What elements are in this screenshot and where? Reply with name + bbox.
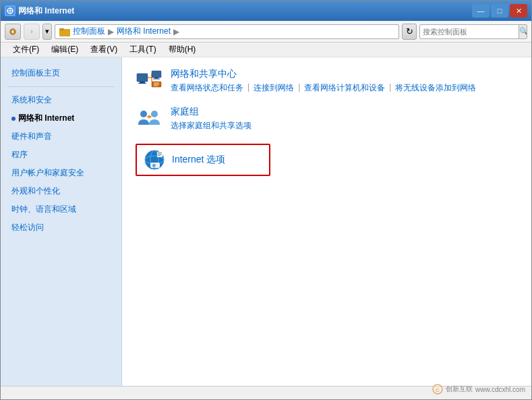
svg-point-22 bbox=[140, 111, 147, 117]
svg-rect-16 bbox=[154, 78, 158, 79]
svg-rect-17 bbox=[153, 79, 160, 80]
internet-options-item: e Internet 选项 bbox=[136, 144, 518, 176]
sidebar-item-network[interactable]: 网络和 Internet bbox=[1, 109, 121, 127]
sidebar-item-accessibility[interactable]: 轻松访问 bbox=[1, 219, 121, 237]
svg-rect-32 bbox=[158, 152, 162, 153]
titlebar-controls: — □ ✕ bbox=[472, 4, 527, 18]
forward-button[interactable] bbox=[24, 24, 40, 40]
internet-options-box: e Internet 选项 bbox=[136, 144, 270, 176]
breadcrumb-sep2: ▶ bbox=[173, 27, 179, 36]
main-window: 网络和 Internet — □ ✕ ▾ bbox=[0, 0, 532, 400]
link-homegroup-options[interactable]: 选择家庭组和共享选项 bbox=[171, 120, 252, 132]
sidebar: 控制面板主页 系统和安全 网络和 Internet 硬件和声音 程序 用户帐户和… bbox=[1, 57, 122, 386]
network-sharing-item: 网络和共享中心 查看网络状态和任务 | 连接到网络 | 查看网络计算机和设备 |… bbox=[136, 68, 518, 95]
menu-edit[interactable]: 编辑(E) bbox=[46, 42, 84, 57]
window-icon bbox=[5, 5, 16, 16]
homegroup-title[interactable]: 家庭组 bbox=[171, 106, 252, 118]
link-connect[interactable]: 连接到网络 bbox=[254, 82, 294, 94]
internet-options-icon: e bbox=[144, 149, 165, 171]
menu-help[interactable]: 帮助(H) bbox=[163, 42, 202, 57]
svg-rect-33 bbox=[158, 154, 162, 154]
refresh-icon: ↻ bbox=[406, 26, 413, 36]
titlebar-title: 网络和 Internet bbox=[18, 5, 74, 17]
maximize-button[interactable]: □ bbox=[491, 4, 508, 18]
minimize-button[interactable]: — bbox=[472, 4, 490, 18]
sidebar-item-programs[interactable]: 程序 bbox=[1, 146, 121, 164]
watermark-icon: C bbox=[432, 384, 443, 395]
dropdown-button[interactable]: ▾ bbox=[42, 24, 52, 40]
homegroup-icon bbox=[136, 106, 162, 133]
search-button[interactable]: 🔍 bbox=[519, 24, 527, 39]
titlebar: 网络和 Internet — □ ✕ bbox=[1, 1, 531, 21]
addressbar: ▾ 控制面板 ▶ 网络和 Internet ▶ ↻ 🔍 bbox=[1, 21, 531, 42]
sidebar-item-system[interactable]: 系统和安全 bbox=[1, 91, 121, 109]
sidebar-divider1 bbox=[7, 86, 115, 87]
svg-rect-11 bbox=[138, 83, 146, 84]
breadcrumb-controlpanel[interactable]: 控制面板 bbox=[73, 26, 105, 37]
link-view-computers[interactable]: 查看网络计算机和设备 bbox=[304, 82, 385, 94]
menu-view[interactable]: 查看(V) bbox=[85, 42, 123, 57]
svg-point-23 bbox=[151, 111, 158, 117]
link-view-status[interactable]: 查看网络状态和任务 bbox=[171, 82, 243, 94]
homegroup-links: 选择家庭组和共享选项 bbox=[171, 120, 252, 132]
sidebar-item-hardware[interactable]: 硬件和声音 bbox=[1, 127, 121, 146]
search-icon: 🔍 bbox=[519, 27, 527, 36]
menu-tools[interactable]: 工具(T) bbox=[124, 42, 161, 57]
search-input[interactable] bbox=[420, 28, 519, 36]
sidebar-item-user-accounts[interactable]: 用户帐户和家庭安全 bbox=[1, 164, 121, 182]
active-indicator bbox=[11, 117, 16, 121]
homegroup-text: 家庭组 选择家庭组和共享选项 bbox=[171, 106, 252, 132]
dropdown-icon: ▾ bbox=[45, 27, 49, 36]
content-area: 网络和共享中心 查看网络状态和任务 | 连接到网络 | 查看网络计算机和设备 |… bbox=[122, 57, 531, 386]
svg-text:C: C bbox=[436, 387, 440, 393]
network-sharing-title[interactable]: 网络和共享中心 bbox=[171, 68, 476, 80]
svg-marker-6 bbox=[31, 30, 33, 34]
network-sharing-icon bbox=[136, 68, 162, 95]
breadcrumb-sep1: ▶ bbox=[108, 27, 114, 36]
link-add-wireless[interactable]: 将无线设备添加到网络 bbox=[395, 82, 476, 94]
sidebar-item-clock[interactable]: 时钟、语言和区域 bbox=[1, 200, 121, 219]
menu-file[interactable]: 文件(F) bbox=[7, 42, 45, 57]
breadcrumb-network[interactable]: 网络和 Internet bbox=[117, 26, 171, 37]
svg-rect-10 bbox=[140, 82, 145, 83]
main-content: 控制面板主页 系统和安全 网络和 Internet 硬件和声音 程序 用户帐户和… bbox=[1, 57, 531, 386]
refresh-button[interactable]: ↻ bbox=[402, 24, 417, 40]
watermark-text: 创新互联 bbox=[446, 384, 473, 394]
search-bar: 🔍 bbox=[419, 24, 527, 39]
back-button[interactable] bbox=[5, 24, 21, 40]
sidebar-item-home[interactable]: 控制面板主页 bbox=[1, 64, 121, 82]
sidebar-item-appearance[interactable]: 外观和个性化 bbox=[1, 182, 121, 200]
network-sharing-text: 网络和共享中心 查看网络状态和任务 | 连接到网络 | 查看网络计算机和设备 |… bbox=[171, 68, 476, 94]
svg-rect-34 bbox=[158, 155, 160, 156]
internet-options-title[interactable]: Internet 选项 bbox=[172, 154, 225, 166]
network-sharing-links: 查看网络状态和任务 | 连接到网络 | 查看网络计算机和设备 | 将无线设备添加… bbox=[171, 82, 476, 94]
svg-rect-8 bbox=[59, 28, 64, 30]
menubar: 文件(F) 编辑(E) 查看(V) 工具(T) 帮助(H) bbox=[1, 42, 531, 57]
homegroup-item: 家庭组 选择家庭组和共享选项 bbox=[136, 106, 518, 133]
watermark-subtext: www.cdcxhl.com bbox=[475, 386, 525, 393]
close-button[interactable]: ✕ bbox=[510, 4, 527, 18]
titlebar-left: 网络和 Internet bbox=[5, 5, 74, 17]
svg-rect-15 bbox=[152, 71, 161, 78]
svg-rect-9 bbox=[137, 74, 148, 82]
breadcrumb-bar: 控制面板 ▶ 网络和 Internet ▶ bbox=[55, 24, 399, 39]
folder-icon bbox=[59, 26, 70, 37]
watermark: C 创新互联 www.cdcxhl.com bbox=[432, 384, 525, 395]
svg-text:e: e bbox=[152, 162, 156, 169]
